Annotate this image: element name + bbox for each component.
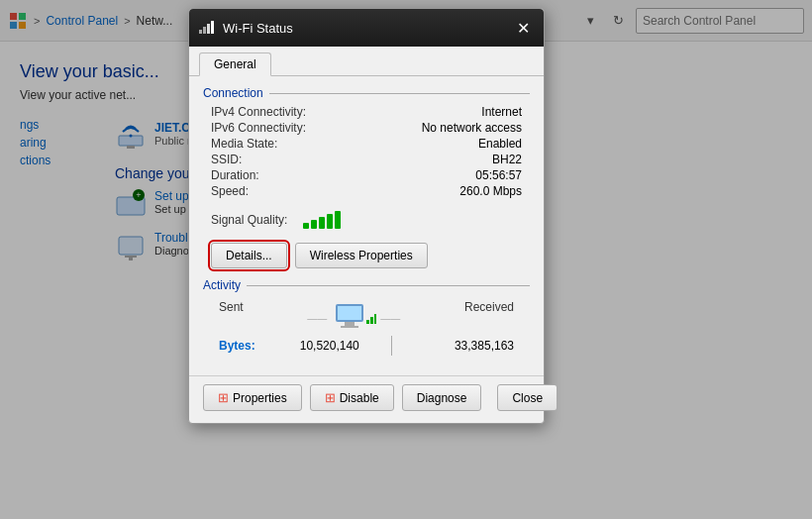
sent-label: Sent [219, 300, 244, 336]
info-row-ipv4: IPv4 Connectivity: Internet [203, 104, 530, 120]
dialog-close-button[interactable]: ✕ [512, 17, 534, 39]
diagnose-button[interactable]: Diagnose [402, 384, 482, 411]
diagnose-label: Diagnose [417, 391, 467, 405]
ipv6-value: No network access [422, 121, 522, 135]
disable-win-icon: ⊞ [325, 390, 336, 405]
dialog-body: Connection IPv4 Connectivity: Internet I… [189, 76, 544, 369]
speed-value: 260.0 Mbps [459, 184, 522, 198]
connection-info-table: IPv4 Connectivity: Internet IPv6 Connect… [203, 104, 530, 199]
computer-icon-wrapper: —— —— [307, 300, 400, 336]
bytes-sent-value: 10,520,140 [268, 339, 391, 353]
media-value: Enabled [478, 137, 522, 151]
received-label: Received [464, 300, 514, 336]
media-label: Media State: [211, 137, 277, 151]
signal-quality-row: Signal Quality: [203, 209, 530, 231]
ssid-value: BH22 [492, 153, 522, 166]
signal-bar-1 [303, 223, 309, 229]
svg-rect-13 [207, 24, 210, 34]
speed-label: Speed: [211, 184, 249, 198]
svg-rect-17 [345, 322, 355, 326]
signal-bars [303, 211, 341, 229]
info-row-ssid: SSID: BH22 [203, 152, 530, 167]
wireless-properties-button[interactable]: Wireless Properties [295, 243, 428, 268]
svg-rect-21 [374, 314, 376, 324]
info-row-duration: Duration: 05:56:57 [203, 167, 530, 183]
close-label: Close [512, 391, 543, 405]
duration-label: Duration: [211, 168, 259, 182]
properties-button[interactable]: ⊞ Properties [203, 384, 302, 411]
ipv4-value: Internet [481, 105, 522, 119]
activity-labels-row: Sent —— —— Receiv [211, 300, 522, 336]
ipv6-label: IPv6 Connectivity: [211, 121, 306, 135]
ssid-label: SSID: [211, 153, 242, 166]
activity-section: Sent —— —— Receiv [203, 296, 530, 360]
signal-label: Signal Quality: [211, 213, 287, 227]
dash-right: —— [380, 313, 400, 324]
svg-rect-18 [341, 326, 358, 328]
svg-rect-14 [211, 21, 214, 34]
bytes-received-value: 33,385,163 [392, 339, 515, 353]
details-buttons-row: Details... Wireless Properties [203, 239, 530, 278]
svg-rect-19 [366, 320, 369, 324]
info-row-media: Media State: Enabled [203, 136, 530, 152]
details-button[interactable]: Details... [211, 243, 287, 268]
connection-section-header: Connection [203, 86, 530, 100]
activity-section-header: Activity [203, 278, 530, 292]
signal-bar-2 [311, 220, 317, 229]
wifi-status-icon [199, 20, 215, 37]
ipv4-label: IPv4 Connectivity: [211, 105, 306, 119]
disable-button[interactable]: ⊞ Disable [310, 384, 394, 411]
dialog-tabs: General [189, 47, 544, 76]
activity-computer-icon [331, 300, 376, 336]
svg-rect-12 [203, 27, 206, 34]
signal-bar-4 [327, 214, 333, 229]
info-row-ipv6: IPv6 Connectivity: No network access [203, 120, 530, 136]
footer-buttons: ⊞ Properties ⊞ Disable Diagnose Close [189, 375, 544, 423]
properties-label: Properties [233, 391, 287, 405]
bytes-label: Bytes: [219, 339, 268, 353]
svg-rect-11 [199, 30, 202, 34]
duration-value: 05:56:57 [475, 168, 522, 182]
svg-rect-20 [370, 317, 373, 324]
tab-general[interactable]: General [199, 52, 271, 76]
dialog-title: Wi-Fi Status [223, 21, 504, 36]
signal-bar-3 [319, 217, 325, 229]
dialog-titlebar: Wi-Fi Status ✕ [189, 9, 544, 47]
signal-bar-5 [335, 211, 341, 229]
disable-label: Disable [340, 391, 379, 405]
wifi-status-dialog: Wi-Fi Status ✕ General Connection IPv4 C… [188, 8, 545, 424]
info-row-speed: Speed: 260.0 Mbps [203, 183, 530, 199]
dash-left: —— [307, 313, 327, 324]
svg-rect-16 [338, 306, 361, 320]
properties-win-icon: ⊞ [218, 390, 229, 405]
close-button[interactable]: Close [497, 384, 558, 411]
bytes-row: Bytes: 10,520,140 33,385,163 [211, 336, 522, 356]
